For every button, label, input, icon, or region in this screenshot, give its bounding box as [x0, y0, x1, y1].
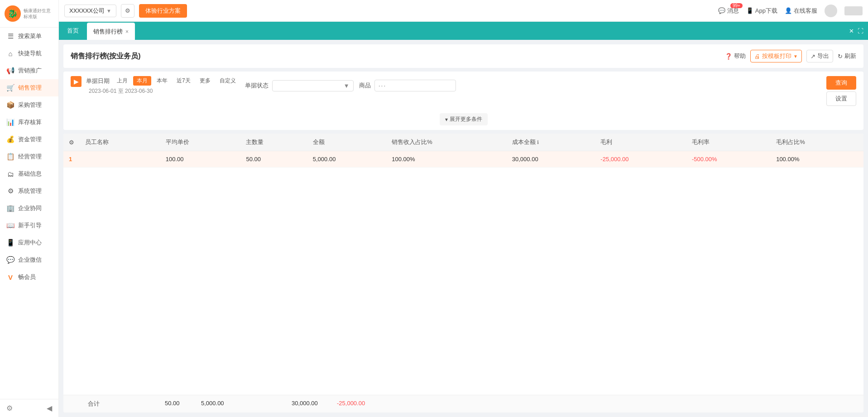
expand-more-button[interactable]: ▾ 展开更多条件: [440, 113, 488, 125]
download-icon: 📱: [746, 7, 753, 14]
gross-cell: -25,000.00: [595, 151, 686, 168]
help-label: 帮助: [734, 52, 746, 60]
sidebar-item-search[interactable]: ☰ 搜索菜单: [0, 28, 58, 45]
apps-icon: 📱: [6, 239, 14, 247]
sidebar-item-quicknav[interactable]: ⌂ 快捷导航: [0, 45, 58, 62]
close-window-icon[interactable]: ✕: [849, 28, 854, 34]
goods-label: 商品: [359, 81, 371, 90]
header-right: 💬 消息 99+ 📱 App下载 👤 在线客服: [718, 5, 863, 17]
sidebar-item-label: 快捷导航: [18, 49, 42, 58]
date-tab-this-month[interactable]: 本月: [133, 76, 151, 86]
company-name: XXXXXX公司: [69, 7, 105, 15]
refresh-button[interactable]: ↻ 刷新: [838, 52, 856, 60]
status-label: 单据状态: [245, 81, 269, 90]
sidebar-nav: ☰ 搜索菜单 ⌂ 快捷导航 📢 营销推广 🛒 销售管理 📦 采购管理 📊 库存核…: [0, 28, 58, 399]
date-tab-custom[interactable]: 自定义: [216, 76, 240, 86]
cost-cell: 30,000.00: [507, 151, 595, 168]
sidebar-item-finance[interactable]: 💰 资金管理: [0, 131, 58, 148]
gross-rate-cell: -500.00%: [686, 151, 771, 168]
sidebar-item-guide[interactable]: 📖 新手引导: [0, 217, 58, 234]
footer-main-qty: 50.00: [159, 400, 196, 408]
trial-button[interactable]: 体验行业方案: [139, 4, 187, 18]
page-actions: ❓ 帮助 🖨 按模板打印 ▼ ↗ 导出 ↻ 刷新: [725, 50, 856, 62]
sidebar-item-member[interactable]: V 畅会员: [0, 268, 58, 286]
sales-icon: 🛒: [6, 84, 14, 92]
settings-button[interactable]: 设置: [826, 91, 856, 106]
sidebar-logo: 🐉 畅康通好生意 标准版: [0, 0, 58, 28]
sidebar-item-apps[interactable]: 📱 应用中心: [0, 234, 58, 251]
date-tab-more[interactable]: 更多: [196, 76, 214, 86]
collapse-icon[interactable]: ◀: [47, 404, 52, 412]
sidebar-item-purchase[interactable]: 📦 采购管理: [0, 96, 58, 114]
expand-window-icon[interactable]: ⛶: [858, 28, 863, 34]
message-icon: 💬: [718, 7, 725, 14]
sidebar-item-inventory[interactable]: 📊 库存核算: [0, 114, 58, 131]
footer-cost: 30,000.00: [286, 400, 331, 408]
goods-input[interactable]: ···: [374, 80, 456, 91]
th-avg-price: 平均单价: [160, 134, 241, 151]
filter-fields: 单据日期 上月 本月 本年 近7天 更多 自定义 2023: [86, 76, 822, 95]
date-range: 2023-06-01 至 2023-06-30: [89, 87, 240, 95]
enterprise-icon: 🏢: [6, 204, 14, 212]
th-cost: 成本全额 ℹ: [507, 134, 595, 151]
sidebar-item-label: 应用中心: [18, 239, 42, 247]
online-service-button[interactable]: 👤 在线客服: [785, 7, 817, 15]
th-name: 员工名称: [80, 134, 160, 151]
avatar[interactable]: [825, 5, 837, 17]
purchase-icon: 📦: [6, 101, 14, 109]
tab-bar-right: ✕ ⛶: [849, 28, 868, 34]
app-download-button[interactable]: 📱 App下载: [746, 7, 777, 15]
management-icon: 📋: [6, 153, 14, 161]
date-tab-this-year[interactable]: 本年: [153, 76, 171, 86]
service-icon: 👤: [785, 7, 792, 14]
th-gross-rate: 毛利率: [686, 134, 771, 151]
export-button[interactable]: ↗ 导出: [806, 50, 833, 62]
top-header: XXXXXX公司 ▼ ⚙ 体验行业方案 💬 消息 99+ 📱 App下载 👤 在…: [59, 0, 868, 22]
gear-button[interactable]: ⚙: [121, 4, 134, 18]
help-button[interactable]: ❓ 帮助: [725, 52, 746, 60]
sidebar-item-system[interactable]: ⚙ 系统管理: [0, 182, 58, 200]
page-title: 销售排行榜(按业务员): [71, 52, 141, 61]
sidebar-item-enterprise[interactable]: 🏢 企业协同: [0, 200, 58, 217]
table-row: 1 100.00 50.00 5,000.00 100.00% 30,000.0…: [63, 151, 863, 168]
print-button[interactable]: 🖨 按模板打印 ▼: [750, 50, 802, 62]
member-icon: V: [6, 273, 14, 281]
tab-close-icon[interactable]: ×: [125, 29, 129, 35]
settings-icon[interactable]: ⚙: [6, 404, 13, 412]
app-download-label: App下载: [755, 7, 777, 15]
search-menu-icon: ☰: [6, 32, 14, 40]
logo-icon: 🐉: [5, 5, 21, 22]
expand-arrow-button[interactable]: ▶: [71, 76, 82, 87]
logo-text: 畅康通好生意 标准版: [24, 8, 51, 19]
sidebar-item-wechat[interactable]: 💬 企业微信: [0, 251, 58, 268]
tab-home[interactable]: 首页: [59, 22, 87, 40]
sidebar-item-marketing[interactable]: 📢 营销推广: [0, 62, 58, 79]
main-area: XXXXXX公司 ▼ ⚙ 体验行业方案 💬 消息 99+ 📱 App下载 👤 在…: [59, 0, 868, 417]
refresh-icon: ↻: [838, 53, 843, 60]
tab-sales-ranking[interactable]: 销售排行榜 ×: [87, 23, 135, 41]
sidebar-item-label: 搜索菜单: [18, 32, 42, 40]
sidebar: 🐉 畅康通好生意 标准版 ☰ 搜索菜单 ⌂ 快捷导航 📢 营销推广 🛒 销售管理…: [0, 0, 59, 417]
status-section: 单据状态 ▼: [245, 80, 354, 91]
table-wrapper: ⚙ 员工名称 平均单价 主数量 全额 销售收入占比% 成本全额 ℹ 毛利 毛利率…: [63, 134, 863, 395]
avg-price-cell: 100.00: [160, 151, 241, 168]
system-icon: ⚙: [6, 187, 14, 195]
date-tab-7days[interactable]: 近7天: [173, 76, 194, 86]
company-selector[interactable]: XXXXXX公司 ▼: [64, 5, 116, 17]
message-button[interactable]: 💬 消息 99+: [718, 7, 739, 15]
query-button[interactable]: 查询: [826, 76, 856, 90]
sidebar-item-sales[interactable]: 🛒 销售管理: [0, 79, 58, 96]
help-icon: ❓: [725, 53, 732, 60]
date-tab-last-month[interactable]: 上月: [113, 76, 131, 86]
status-chevron-icon: ▼: [344, 82, 350, 89]
finance-icon: 💰: [6, 135, 14, 144]
gross-pct-cell: 100.00%: [771, 151, 863, 168]
sidebar-item-basic[interactable]: 🗂 基础信息: [0, 165, 58, 182]
sidebar-item-label: 采购管理: [18, 101, 42, 109]
main-qty-cell: 50.00: [240, 151, 307, 168]
status-select[interactable]: ▼: [272, 80, 354, 91]
page-container: 销售排行榜(按业务员) ❓ 帮助 🖨 按模板打印 ▼ ↗ 导出: [59, 40, 868, 417]
sidebar-item-management[interactable]: 📋 经营管理: [0, 148, 58, 165]
th-sales-pct: 销售收入占比%: [386, 134, 507, 151]
th-main-qty: 主数量: [240, 134, 307, 151]
